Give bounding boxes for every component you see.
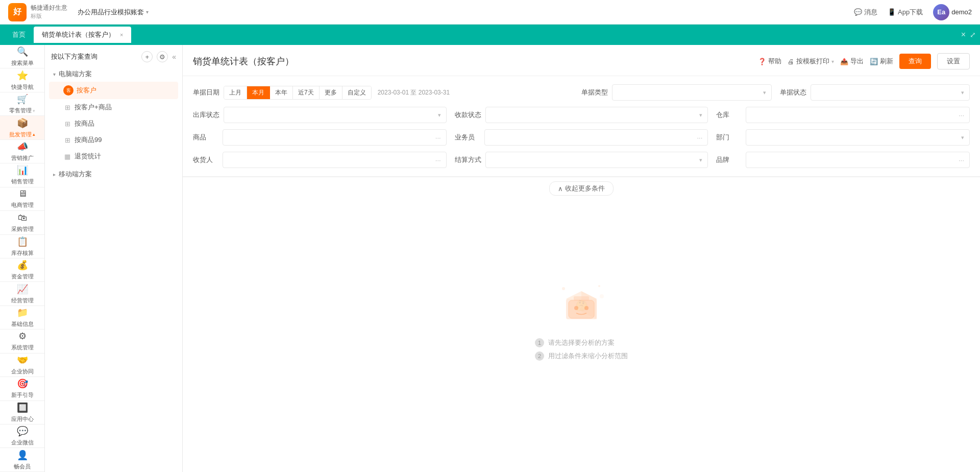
refresh-label: 刷新 bbox=[880, 57, 893, 66]
help-label: 帮助 bbox=[768, 57, 781, 66]
tab-close-icon[interactable]: × bbox=[120, 32, 123, 38]
tree-item-by-goods[interactable]: ⊞ 按商品 bbox=[49, 115, 178, 132]
sidebar-basic-info-label: 基础信息 bbox=[11, 320, 34, 328]
tree-item-by-customer-label: 按客户 bbox=[77, 86, 96, 95]
date-tab-last-7[interactable]: 近7天 bbox=[293, 86, 320, 99]
sidebar-item-wechat[interactable]: 💬 企业微信 bbox=[0, 424, 44, 448]
doc-type-control[interactable]: ▾ bbox=[612, 84, 772, 101]
tree-item-by-customer-goods[interactable]: ⊞ 按客户+商品 bbox=[49, 99, 178, 115]
goods-control[interactable]: ··· bbox=[223, 129, 447, 146]
sidebar-item-basic-info[interactable]: 📁 基础信息 bbox=[0, 306, 44, 329]
tree-item-by-goods-99[interactable]: ⊞ 按商品99 bbox=[49, 132, 178, 148]
sidebar-item-enterprise[interactable]: 🤝 企业协同 bbox=[0, 353, 44, 377]
empty-tip-2: 2 用过滤条件来缩小分析范围 bbox=[535, 351, 628, 361]
salesperson-dots-icon: ··· bbox=[697, 134, 703, 141]
filter-row-4: 收货人 ··· 结算方式 ▾ 品牌 bbox=[193, 152, 970, 168]
filter-field-settlement: 结算方式 ▾ bbox=[455, 152, 708, 168]
department-label: 部门 bbox=[716, 133, 742, 142]
date-tab-this-year[interactable]: 本年 bbox=[270, 86, 293, 99]
app-download-label: App下载 bbox=[898, 8, 923, 17]
sidebar-item-finance[interactable]: 💰 资金管理 bbox=[0, 258, 44, 282]
warehouse-control[interactable]: ··· bbox=[746, 107, 970, 123]
export-action[interactable]: 📤 导出 bbox=[840, 57, 864, 66]
sidebar-item-ecommerce[interactable]: 🖥 电商管理 bbox=[0, 187, 44, 211]
sidebar-item-wholesale[interactable]: 📦 批发管理 ▴ bbox=[0, 116, 44, 139]
date-tab-more[interactable]: 更多 bbox=[320, 86, 342, 99]
consignee-dots-icon: ··· bbox=[435, 156, 441, 164]
sidebar-item-operations[interactable]: 📈 经营管理 bbox=[0, 282, 44, 305]
date-tab-last-month[interactable]: 上月 bbox=[224, 86, 247, 99]
salesperson-control[interactable]: ··· bbox=[484, 129, 708, 146]
out-status-control[interactable]: ▾ bbox=[224, 107, 447, 123]
customer-icon: 客 bbox=[63, 85, 74, 96]
message-icon: 💬 bbox=[854, 8, 862, 16]
tree-item-by-customer[interactable]: 客 按客户 bbox=[49, 82, 178, 99]
svg-point-5 bbox=[598, 285, 600, 287]
close-window-icon[interactable]: × bbox=[961, 30, 966, 39]
help-action[interactable]: ❓ 帮助 bbox=[758, 57, 781, 66]
tree-group-mobile-label: 移动端方案 bbox=[59, 170, 92, 179]
app-download-icon: 📱 bbox=[888, 8, 896, 16]
settlement-control[interactable]: ▾ bbox=[485, 152, 708, 168]
add-scheme-button[interactable]: + bbox=[141, 51, 153, 62]
settings-scheme-button[interactable]: ⚙ bbox=[157, 51, 168, 62]
expand-window-icon[interactable]: ⤢ bbox=[970, 31, 976, 39]
tree-group-mobile: ▸ 移动端方案 bbox=[49, 167, 178, 182]
chevron-down-icon: ▾ bbox=[146, 9, 149, 15]
filter-panel-title: 按以下方案查询 bbox=[51, 52, 97, 61]
tab-home[interactable]: 首页 bbox=[4, 27, 34, 43]
sidebar-item-quick-nav[interactable]: ⭐ 快捷导航 bbox=[0, 68, 44, 92]
sidebar-item-system[interactable]: ⚙ 系统管理 bbox=[0, 329, 44, 353]
help-icon: ❓ bbox=[758, 58, 766, 65]
sidebar-item-beginner[interactable]: 🎯 新手引导 bbox=[0, 377, 44, 400]
user-area[interactable]: Ea demo2 bbox=[933, 4, 972, 20]
brand-control[interactable]: ··· bbox=[746, 152, 970, 168]
message-action[interactable]: 💬 消息 bbox=[854, 8, 877, 17]
doc-status-control[interactable]: ▾ bbox=[811, 84, 970, 101]
member-icon: 👤 bbox=[17, 450, 28, 461]
logo-text-area: 畅捷通好生意 标版 bbox=[31, 4, 67, 20]
sidebar-item-search-menu[interactable]: 🔍 搜索菜单 bbox=[0, 45, 44, 68]
grid-icon-2: ⊞ bbox=[63, 120, 71, 128]
collapse-panel-button[interactable]: « bbox=[172, 53, 176, 61]
tree-group-mobile-header[interactable]: ▸ 移动端方案 bbox=[49, 167, 178, 182]
sidebar-item-app-center[interactable]: 🔲 应用中心 bbox=[0, 401, 44, 424]
tree-group-desktop-header[interactable]: ▾ 电脑端方案 bbox=[49, 66, 178, 82]
sidebar-sales-label: 销售管理 bbox=[11, 178, 34, 185]
payment-status-control[interactable]: ▾ bbox=[485, 107, 708, 123]
app-name: 畅捷通好生意 bbox=[31, 4, 67, 12]
sidebar-item-purchase[interactable]: 🛍 采购管理 bbox=[0, 211, 44, 234]
sidebar-item-marketing[interactable]: 📣 营销推广 bbox=[0, 140, 44, 163]
refresh-action[interactable]: 🔄 刷新 bbox=[870, 57, 893, 66]
tab-sales-stats[interactable]: 销货单统计表（按客户） × bbox=[34, 27, 131, 43]
tip-num-2: 2 bbox=[535, 351, 544, 361]
grid-icon-1: ⊞ bbox=[63, 103, 71, 111]
doc-type-chevron-icon: ▾ bbox=[763, 89, 766, 96]
tree-item-return-stats-label: 退货统计 bbox=[75, 152, 101, 161]
date-tab-custom[interactable]: 自定义 bbox=[342, 86, 371, 99]
query-button[interactable]: 查询 bbox=[899, 54, 931, 69]
inventory-icon: 📋 bbox=[17, 236, 28, 247]
template-print-action[interactable]: 🖨 按模板打印 ▾ bbox=[788, 57, 834, 66]
collapse-up-icon: ∧ bbox=[558, 185, 563, 193]
settings-button[interactable]: 设置 bbox=[937, 53, 970, 69]
collapse-conditions-button[interactable]: ∧ 收起更多条件 bbox=[549, 181, 614, 196]
app-download-action[interactable]: 📱 App下载 bbox=[888, 8, 923, 17]
date-tab-this-month[interactable]: 本月 bbox=[247, 86, 270, 99]
goods-label: 商品 bbox=[193, 133, 218, 142]
tip-num-1: 1 bbox=[535, 338, 544, 347]
sidebar-item-retail[interactable]: 🛒 零售管理 ▾ bbox=[0, 92, 44, 116]
top-header: 好 畅捷通好生意 标版 办公用品行业模拟账套 ▾ 💬 消息 📱 App下载 Ea… bbox=[0, 0, 980, 25]
sidebar-item-sales[interactable]: 📊 销售管理 bbox=[0, 163, 44, 187]
app-selector[interactable]: 办公用品行业模拟账套 ▾ bbox=[74, 6, 153, 19]
sidebar-item-member[interactable]: 👤 畅会员 bbox=[0, 448, 44, 471]
sidebar-item-inventory[interactable]: 📋 库存核算 bbox=[0, 235, 44, 258]
filter-field-payment-status: 收款状态 ▾ bbox=[455, 107, 708, 123]
tree-item-return-stats[interactable]: ▦ 退货统计 bbox=[49, 148, 178, 164]
department-control[interactable]: ▾ bbox=[746, 129, 970, 146]
consignee-control[interactable]: ··· bbox=[223, 152, 447, 168]
template-print-label: 按模板打印 bbox=[796, 57, 829, 66]
empty-tips: 1 请先选择要分析的方案 2 用过滤条件来缩小分析范围 bbox=[535, 338, 628, 361]
sidebar-ecommerce-label: 电商管理 bbox=[11, 201, 34, 209]
system-icon: ⚙ bbox=[18, 331, 27, 342]
